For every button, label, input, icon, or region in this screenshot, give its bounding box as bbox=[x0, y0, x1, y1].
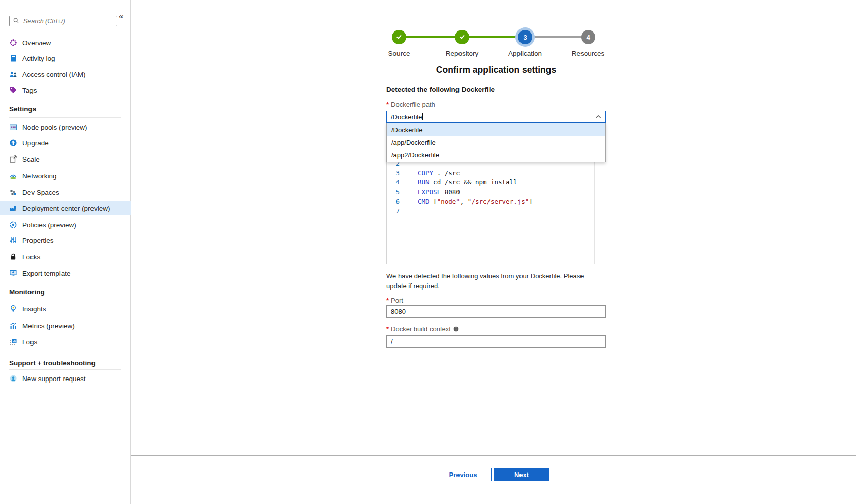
sidebar-item-properties[interactable]: Properties bbox=[0, 233, 131, 247]
sidebar-item-scale[interactable]: Scale bbox=[0, 152, 131, 166]
step-number: 4 bbox=[586, 34, 590, 41]
sidebar-item-upgrade[interactable]: Upgrade bbox=[0, 136, 131, 150]
wizard-step-application-label: Application bbox=[490, 50, 561, 57]
insights-icon bbox=[9, 305, 17, 313]
dockerfile-path-input[interactable]: /Dockerfile bbox=[386, 111, 606, 123]
sidebar-item-label: Export template bbox=[22, 270, 71, 277]
page-title: Confirm application settings bbox=[386, 65, 606, 75]
properties-icon bbox=[9, 236, 17, 244]
sidebar-item-label: Scale bbox=[22, 155, 40, 163]
footer-divider bbox=[131, 455, 856, 456]
dockerfile-path-label: * Dockerfile path bbox=[386, 101, 435, 108]
info-icon[interactable] bbox=[453, 326, 460, 332]
metrics-icon bbox=[9, 322, 17, 330]
code-line: 5EXPOSE 8080 bbox=[386, 187, 590, 197]
sidebar-item-access-control[interactable]: Access control (IAM) bbox=[0, 67, 131, 81]
previous-button[interactable]: Previous bbox=[435, 468, 492, 481]
dropdown-option[interactable]: /app/Dockerfile bbox=[387, 136, 605, 149]
check-icon bbox=[458, 33, 466, 42]
wizard-step-source-circle bbox=[392, 30, 406, 44]
sidebar-item-label: Overview bbox=[22, 39, 51, 47]
required-asterisk: * bbox=[386, 325, 389, 333]
sidebar-item-logs[interactable]: Logs bbox=[0, 335, 131, 349]
dev-spaces-icon bbox=[9, 188, 17, 196]
overview-icon bbox=[9, 39, 17, 47]
sidebar-item-activity-log[interactable]: Activity log bbox=[0, 51, 131, 66]
line-number: 4 bbox=[386, 178, 400, 187]
sidebar-item-new-support-request[interactable]: New support request bbox=[0, 371, 131, 386]
chevron-up-icon[interactable] bbox=[595, 115, 601, 119]
code-line: 6CMD ["node", "/src/server.js"] bbox=[386, 197, 590, 207]
section-divider bbox=[9, 117, 121, 118]
sidebar-item-overview[interactable]: Overview bbox=[0, 36, 131, 50]
support-request-icon bbox=[9, 374, 17, 383]
sidebar-item-networking[interactable]: Networking bbox=[0, 169, 131, 183]
sidebar-item-insights[interactable]: Insights bbox=[0, 302, 131, 316]
sidebar: « Overview Activity log Access control (… bbox=[0, 0, 131, 504]
check-icon bbox=[395, 33, 403, 42]
port-input[interactable] bbox=[386, 305, 606, 318]
sidebar-item-label: Dev Spaces bbox=[22, 188, 59, 196]
sidebar-item-label: Tags bbox=[22, 87, 37, 94]
section-divider bbox=[9, 300, 121, 300]
sidebar-item-deployment-center[interactable]: Deployment center (preview) bbox=[0, 201, 131, 215]
sidebar-item-policies[interactable]: Policies (preview) bbox=[0, 217, 131, 232]
sidebar-item-label: Properties bbox=[22, 237, 54, 244]
page: » Kubernetes service « Overview Activity… bbox=[0, 0, 856, 504]
upgrade-icon bbox=[9, 139, 17, 147]
dockerfile-code: 2 3COPY . /src 4RUN cd /src && npm insta… bbox=[386, 159, 590, 216]
required-asterisk: * bbox=[386, 101, 389, 108]
dockerfile-path-dropdown: /Dockerfile /app/Dockerfile /app2/Docker… bbox=[386, 123, 606, 162]
policies-icon bbox=[9, 220, 17, 229]
sidebar-item-metrics[interactable]: Metrics (preview) bbox=[0, 319, 131, 333]
step-number: 3 bbox=[523, 34, 527, 41]
tags-icon bbox=[9, 86, 17, 94]
required-asterisk: * bbox=[386, 297, 389, 304]
sidebar-item-dev-spaces[interactable]: Dev Spaces bbox=[0, 185, 131, 199]
sidebar-search[interactable] bbox=[9, 16, 117, 26]
wizard-step-repository-label: Repository bbox=[426, 50, 498, 57]
search-icon bbox=[13, 17, 19, 26]
wizard-step-application-circle: 3 bbox=[518, 30, 532, 44]
note-text: We have detected the following values fr… bbox=[386, 271, 606, 291]
export-template-icon bbox=[9, 269, 17, 277]
dockerfile-path-value: /Dockerfile bbox=[391, 113, 422, 121]
sidebar-item-node-pools[interactable]: Node pools (preview) bbox=[0, 120, 131, 134]
wizard-step-resources-circle: 4 bbox=[581, 30, 595, 44]
sidebar-top-divider bbox=[0, 9, 131, 9]
code-line: 4RUN cd /src && npm install bbox=[386, 178, 590, 187]
logs-icon bbox=[9, 338, 17, 346]
sidebar-item-label: New support request bbox=[22, 375, 86, 383]
line-number: 3 bbox=[386, 169, 400, 178]
activity-log-icon bbox=[9, 54, 17, 62]
build-context-input[interactable] bbox=[386, 335, 606, 348]
collapse-sidebar-button[interactable]: « bbox=[119, 12, 123, 20]
next-button[interactable]: Next bbox=[494, 468, 549, 481]
networking-icon bbox=[9, 172, 17, 180]
sidebar-item-label: Insights bbox=[22, 305, 46, 313]
line-number: 7 bbox=[386, 207, 400, 216]
sidebar-item-label: Node pools (preview) bbox=[22, 123, 87, 131]
code-line: 3COPY . /src bbox=[386, 169, 590, 178]
dockerfile-heading: Detected the following Dockerfile bbox=[386, 86, 495, 93]
sidebar-item-tags[interactable]: Tags bbox=[0, 83, 131, 98]
code-line: 7 bbox=[386, 207, 590, 216]
sidebar-item-label: Networking bbox=[22, 172, 57, 180]
locks-icon bbox=[9, 253, 17, 261]
sidebar-item-label: Deployment center (preview) bbox=[22, 205, 110, 212]
text-cursor bbox=[422, 113, 423, 120]
section-divider bbox=[9, 369, 121, 370]
sidebar-item-label: Policies (preview) bbox=[22, 221, 76, 229]
deployment-center-icon bbox=[9, 204, 17, 212]
wizard-step-repository-circle bbox=[455, 30, 469, 44]
sidebar-item-label: Upgrade bbox=[22, 139, 49, 147]
line-number: 5 bbox=[386, 187, 400, 197]
settings-section-label: Settings bbox=[9, 105, 36, 113]
monitoring-section-label: Monitoring bbox=[9, 288, 45, 296]
line-number: 6 bbox=[386, 197, 400, 207]
sidebar-item-export-template[interactable]: Export template bbox=[0, 266, 131, 280]
sidebar-item-locks[interactable]: Locks bbox=[0, 249, 131, 264]
dropdown-option[interactable]: /app2/Dockerfile bbox=[387, 149, 605, 162]
search-input[interactable] bbox=[22, 17, 114, 25]
dropdown-option[interactable]: /Dockerfile bbox=[387, 123, 605, 136]
